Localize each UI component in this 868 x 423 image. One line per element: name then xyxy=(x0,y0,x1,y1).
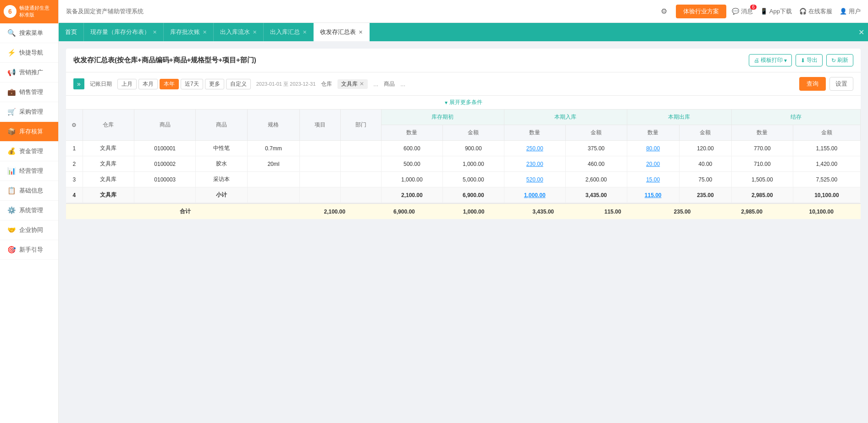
sidebar-item-system[interactable]: ⚙️ 系统管理 xyxy=(0,201,58,220)
date-btn-thismonth[interactable]: 本月 xyxy=(138,79,158,89)
settings-button[interactable]: 设置 xyxy=(829,77,853,91)
sidebar: 6 畅捷通好生意 标准版 🔍 搜索菜单 ⚡ 快捷导航 📢 营销推广 💼 销售管理… xyxy=(0,0,59,423)
sidebar-item-sales[interactable]: 💼 销售管理 xyxy=(0,82,58,102)
row2-in-qty[interactable]: 230.00 xyxy=(504,156,565,172)
sidebar-label-newbie: 新手引导 xyxy=(19,246,43,254)
online-service-button[interactable]: 🎧 在线客服 xyxy=(799,7,832,16)
subtotal-out-qty[interactable]: 115.00 xyxy=(627,187,679,203)
sidebar-label-system: 系统管理 xyxy=(19,206,43,214)
col-name-header: 商品 xyxy=(196,110,248,141)
sidebar-item-finance[interactable]: 💰 资金管理 xyxy=(0,142,58,161)
tab-close-icon[interactable]: ✕ xyxy=(253,29,257,35)
tab-close-icon[interactable]: ✕ xyxy=(359,29,363,35)
subtotal-in-qty[interactable]: 1,000.00 xyxy=(504,187,565,203)
tab-inventory-dist[interactable]: 现存量（库存分布表） ✕ xyxy=(84,23,164,41)
print-button[interactable]: 🖨 模板打印 ▾ xyxy=(749,54,792,66)
col-open-qty: 数量 xyxy=(381,125,442,141)
subtotal-no: 4 xyxy=(66,187,83,203)
user-icon: 👤 xyxy=(840,8,847,15)
tab-home[interactable]: 首页 xyxy=(59,23,84,41)
sidebar-item-quicknav[interactable]: ⚡ 快捷导航 xyxy=(0,43,58,63)
filter-toggle-button[interactable]: » xyxy=(73,78,84,89)
row2-close-qty: 710.00 xyxy=(731,156,793,172)
subtotal-project xyxy=(299,187,340,203)
col-group-in: 本期入库 xyxy=(504,110,627,125)
footer-in-amt: 3,435.00 xyxy=(509,209,578,215)
row1-project xyxy=(299,141,340,156)
tab-inventory-dist-label: 现存量（库存分布表） xyxy=(90,28,150,36)
tab-flow[interactable]: 出入库流水 ✕ xyxy=(214,23,264,41)
sidebar-item-newbie[interactable]: 🎯 新手引导 xyxy=(0,240,58,260)
row1-open-qty: 600.00 xyxy=(381,141,442,156)
date-label: 记账日期 xyxy=(90,80,112,88)
page-header: 收发存汇总表(按仓库+商品编码+商品+规格型号+项目+部门) 🖨 模板打印 ▾ … xyxy=(66,49,861,72)
sidebar-item-search[interactable]: 🔍 搜索菜单 xyxy=(0,23,58,43)
message-button[interactable]: 💬 消息 6 xyxy=(732,7,753,16)
expand-more-button[interactable]: ▾ 展开更多条件 xyxy=(66,96,861,109)
sidebar-item-purchase[interactable]: 🛒 采购管理 xyxy=(0,102,58,122)
headset-icon: 🎧 xyxy=(799,8,807,15)
date-btn-7days[interactable]: 近7天 xyxy=(181,79,203,89)
warehouse-more-dots[interactable]: ... xyxy=(373,81,378,88)
row1-out-qty[interactable]: 80.00 xyxy=(627,141,679,156)
row2-out-qty[interactable]: 20.00 xyxy=(627,156,679,172)
tab-batch[interactable]: 库存批次账 ✕ xyxy=(164,23,214,41)
filter-bar: » 记账日期 上月 本月 本年 近7天 更多 自定义 2023-01-01 至 … xyxy=(66,72,861,96)
sidebar-item-collab[interactable]: 🤝 企业协同 xyxy=(0,220,58,240)
tab-close-icon[interactable]: ✕ xyxy=(203,29,207,35)
sidebar-item-operations[interactable]: 📊 经营管理 xyxy=(0,161,58,181)
subtotal-name: 小计 xyxy=(196,187,248,203)
row3-spec xyxy=(247,172,299,187)
row1-open-amt: 900.00 xyxy=(442,141,504,156)
sidebar-item-inventory[interactable]: 📦 库存核算 xyxy=(0,122,58,142)
subtotal-close-qty: 2,985.00 xyxy=(731,187,793,203)
row3-out-qty[interactable]: 15.00 xyxy=(627,172,679,187)
sidebar-label-search: 搜索菜单 xyxy=(19,29,43,37)
export-button[interactable]: ⬇ 导出 xyxy=(796,54,823,66)
row1-dept xyxy=(340,141,381,156)
row1-in-qty[interactable]: 250.00 xyxy=(504,141,565,156)
tab-close-icon[interactable]: ✕ xyxy=(153,29,157,35)
row3-in-qty[interactable]: 520.00 xyxy=(504,172,565,187)
data-table-container: ⚙ 仓库 商品 商品 规格 项目 部门 库存期初 本期入库 本期出库 结存 数量 xyxy=(66,110,861,203)
subtotal-warehouse: 文具库 xyxy=(83,187,134,203)
date-btn-more[interactable]: 更多 xyxy=(205,79,224,89)
col-out-amt: 金额 xyxy=(679,125,731,141)
briefcase-icon: 💼 xyxy=(7,88,16,96)
footer-close-qty: 2,985.00 xyxy=(717,209,787,215)
row1-name: 中性笔 xyxy=(196,141,248,156)
tab-receive-send[interactable]: 收发存汇总表 ✕ xyxy=(314,23,370,41)
date-btn-thisyear[interactable]: 本年 xyxy=(160,79,179,89)
topbar-system-title: 装备及固定资产辅助管理系统 xyxy=(66,7,652,16)
row3-warehouse: 文具库 xyxy=(83,172,134,187)
gear-icon: ⚙️ xyxy=(7,206,16,214)
date-btn-lastmonth[interactable]: 上月 xyxy=(117,79,137,89)
refresh-button[interactable]: ↻ 刷新 xyxy=(826,54,853,66)
chevron-down-icon: ▾ xyxy=(445,99,448,106)
warehouse-tag[interactable]: 文具库 ✕ xyxy=(337,79,368,89)
tab-home-label: 首页 xyxy=(65,28,77,36)
search-button[interactable]: 查询 xyxy=(799,77,826,91)
phone-icon: 📱 xyxy=(760,8,768,15)
close-all-icon[interactable]: ✕ xyxy=(858,28,864,37)
footer-close-amt: 10,100.00 xyxy=(786,209,856,215)
footer-out-amt: 235.00 xyxy=(647,209,717,215)
try-button[interactable]: 体验行业方案 xyxy=(676,5,726,18)
sidebar-label-basicinfo: 基础信息 xyxy=(19,187,43,195)
app-download-button[interactable]: 📱 App下载 xyxy=(760,7,792,16)
user-button[interactable]: 👤 用户 xyxy=(840,7,861,16)
megaphone-icon: 📢 xyxy=(7,68,16,77)
product-more-dots[interactable]: ... xyxy=(400,81,405,88)
row3-name: 采访本 xyxy=(196,172,248,187)
tab-close-icon[interactable]: ✕ xyxy=(303,29,307,35)
date-btn-custom[interactable]: 自定义 xyxy=(226,79,251,89)
row2-project xyxy=(299,156,340,172)
sidebar-item-marketing[interactable]: 📢 营销推广 xyxy=(0,63,58,82)
warehouse-tag-close-icon[interactable]: ✕ xyxy=(359,81,364,87)
sidebar-item-basicinfo[interactable]: 📋 基础信息 xyxy=(0,181,58,201)
topbar-settings-icon[interactable]: ⚙ xyxy=(658,5,670,18)
col-settings-header[interactable]: ⚙ xyxy=(66,110,83,141)
product-label: 商品 xyxy=(384,80,395,88)
tab-summary-inout[interactable]: 出入库汇总 ✕ xyxy=(264,23,314,41)
date-buttons: 上月 本月 本年 近7天 更多 自定义 xyxy=(117,79,251,89)
